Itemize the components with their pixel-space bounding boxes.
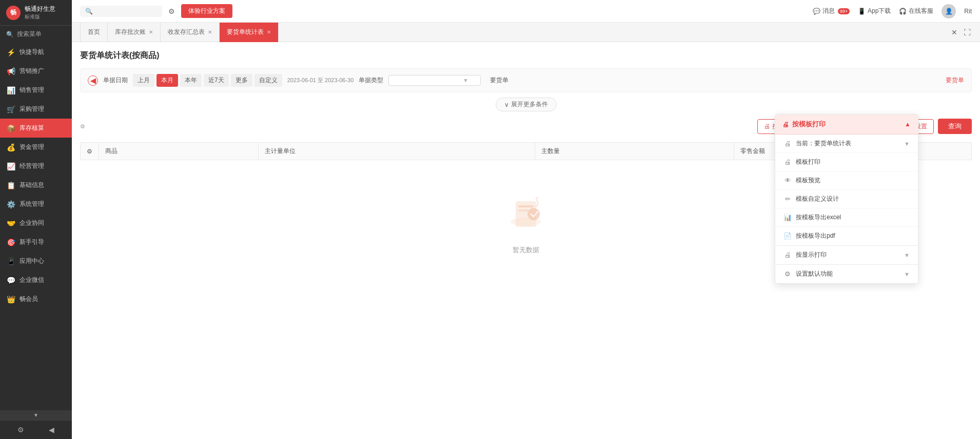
- dropdown-item-template-preview[interactable]: 👁 模板预览: [775, 171, 918, 190]
- quick-nav-icon: ⚡: [6, 48, 15, 56]
- order-type-select[interactable]: ▼: [388, 75, 481, 86]
- expand-conditions-btn[interactable]: ∨ 展开更多条件: [496, 98, 557, 111]
- sidebar-item-basic[interactable]: 📋 基础信息: [0, 176, 72, 195]
- dropdown-current-icon: 🖨: [783, 140, 792, 147]
- tab-order-statistics[interactable]: 要货单统计表 ✕: [220, 23, 279, 42]
- sidebar-item-member[interactable]: 👑 畅会员: [0, 290, 72, 309]
- date-btn-prev-month[interactable]: 上月: [133, 74, 154, 87]
- page-title: 要货单统计表(按商品): [80, 50, 972, 61]
- app-logo: 畅 畅通好生意 标准版: [0, 0, 72, 26]
- export-pdf-icon: 📄: [783, 232, 792, 240]
- sales-icon: 📊: [6, 86, 15, 94]
- svg-rect-3: [518, 209, 528, 212]
- app-download-icon: 📱: [858, 8, 866, 15]
- header-search-box[interactable]: 🔍: [80, 6, 162, 17]
- dropdown-section-display-print[interactable]: 🖨 按显示打印 ▼: [775, 245, 918, 264]
- gear-settings-icon[interactable]: ⚙: [80, 123, 85, 130]
- date-btn-last-7-days[interactable]: 近7天: [204, 74, 229, 87]
- order-type-label: 要货单: [490, 76, 508, 85]
- table-col-settings[interactable]: ⚙: [81, 143, 99, 160]
- table-col-quantity: 主数量: [535, 143, 734, 160]
- search-icon: 🔍: [6, 31, 14, 38]
- tab-receipt-summary[interactable]: 收发存汇总表 ✕: [161, 23, 220, 42]
- tab-close-receipt-summary[interactable]: ✕: [208, 30, 212, 35]
- sidebar-footer: ⚙ ◀: [0, 420, 72, 439]
- dropdown-item-template-design[interactable]: ✏ 模板自定义设计: [775, 190, 918, 208]
- date-btn-custom[interactable]: 自定义: [254, 74, 282, 87]
- query-btn[interactable]: 查询: [938, 119, 972, 134]
- sidebar-item-operations[interactable]: 📈 经营管理: [0, 157, 72, 176]
- dropdown-header: 🖨 按模板打印 ▲: [775, 114, 918, 135]
- sidebar-item-system[interactable]: ⚙️ 系统管理: [0, 195, 72, 214]
- date-btn-current-year[interactable]: 本年: [180, 74, 202, 87]
- sidebar: 畅 畅通好生意 标准版 🔍 搜索菜单 ⚡ 快捷导航 📢 营销推广 📊 销售管理 …: [0, 0, 72, 439]
- username-label[interactable]: Rit: [964, 8, 972, 15]
- online-service-icon: 🎧: [899, 8, 907, 15]
- sidebar-item-quick-nav[interactable]: ⚡ 快捷导航: [0, 43, 72, 62]
- table-col-product: 商品: [99, 143, 259, 160]
- app-download-btn[interactable]: 📱 App下载: [858, 7, 891, 15]
- header-gear-icon[interactable]: ⚙: [168, 7, 175, 15]
- dropdown-close-btn[interactable]: ▲: [905, 121, 911, 128]
- tab-inventory-batch[interactable]: 库存批次账 ✕: [108, 23, 161, 42]
- template-print-icon: 🖨: [783, 158, 792, 166]
- display-print-icon: 🖨: [783, 251, 792, 259]
- basic-icon: 📋: [6, 181, 15, 189]
- appstore-icon: 📱: [6, 257, 15, 265]
- order-type-filter-label: 要货单: [946, 76, 964, 85]
- tabs-bar: 首页 库存批次账 ✕ 收发存汇总表 ✕ 要货单统计表 ✕ ✕ ⛶: [72, 23, 980, 42]
- window-maximize-btn[interactable]: ⛶: [963, 27, 972, 37]
- sidebar-item-finance[interactable]: 💰 资金管理: [0, 138, 72, 157]
- logo-text: 畅通好生意 标准版: [25, 5, 55, 20]
- top-header: 🔍 ⚙ 体验行业方案 💬 消息 99+ 📱 App下载 🎧 在线客服 👤 Rit: [72, 0, 980, 23]
- template-design-icon: ✏: [783, 195, 792, 203]
- dropdown-item-template-print[interactable]: 🖨 模板打印: [775, 153, 918, 171]
- sidebar-item-marketing[interactable]: 📢 营销推广: [0, 62, 72, 81]
- inventory-icon: 📦: [6, 124, 15, 132]
- empty-text: 暂无数据: [513, 245, 539, 255]
- dropdown-current-label[interactable]: 🖨 当前：要货单统计表 ▼: [775, 135, 918, 153]
- sidebar-item-appstore[interactable]: 📱 应用中心: [0, 252, 72, 271]
- messages-btn[interactable]: 💬 消息 99+: [813, 7, 850, 15]
- collapse-sidebar-icon[interactable]: ◀: [49, 426, 54, 434]
- trial-btn[interactable]: 体验行业方案: [181, 4, 232, 18]
- export-excel-icon: 📊: [783, 214, 792, 221]
- header-actions: 💬 消息 99+ 📱 App下载 🎧 在线客服 👤 Rit: [813, 4, 972, 18]
- sidebar-item-sales[interactable]: 📊 销售管理: [0, 81, 72, 100]
- newbie-icon: 🎯: [6, 238, 15, 246]
- sidebar-item-inventory[interactable]: 📦 库存核算: [0, 119, 72, 138]
- filter-bar: ◀ 单据日期 上月 本月 本年 近7天 更多 自定义 2023-06-01 至 …: [80, 68, 972, 92]
- enterprise-icon: 🤝: [6, 219, 15, 227]
- tab-close-inventory-batch[interactable]: ✕: [149, 30, 153, 35]
- tab-close-order-statistics[interactable]: ✕: [267, 30, 271, 35]
- sidebar-scroll-down[interactable]: ▼: [0, 410, 72, 420]
- online-service-btn[interactable]: 🎧 在线客服: [899, 7, 933, 15]
- filter-expand-btn[interactable]: ◀: [88, 75, 98, 86]
- dropdown-item-export-pdf[interactable]: 📄 按模板导出pdf: [775, 227, 918, 245]
- window-controls: ✕ ⛶: [950, 27, 972, 37]
- messages-badge: 99+: [838, 8, 850, 14]
- dropdown-item-export-excel[interactable]: 📊 按模板导出excel: [775, 208, 918, 227]
- user-avatar[interactable]: 👤: [942, 4, 956, 18]
- default-func-icon: ⚙: [783, 270, 792, 278]
- settings-icon[interactable]: ⚙: [17, 426, 24, 434]
- dropdown-header-title: 🖨 按模板打印: [782, 120, 826, 129]
- operations-icon: 📈: [6, 162, 15, 170]
- header-search-icon: 🔍: [85, 8, 93, 15]
- sidebar-item-purchase[interactable]: 🛒 采购管理: [0, 100, 72, 119]
- dropdown-section-default-func[interactable]: ⚙ 设置默认功能 ▼: [775, 264, 918, 283]
- main-area: 🔍 ⚙ 体验行业方案 💬 消息 99+ 📱 App下载 🎧 在线客服 👤 Rit: [72, 0, 980, 439]
- member-icon: 👑: [6, 295, 15, 303]
- sidebar-item-enterprise[interactable]: 🤝 企业协同: [0, 214, 72, 233]
- dropdown-print-icon: 🖨: [782, 121, 789, 128]
- sidebar-search[interactable]: 🔍 搜索菜单: [0, 26, 72, 43]
- sidebar-item-newbie[interactable]: 🎯 新手引导: [0, 233, 72, 252]
- messages-icon: 💬: [813, 8, 820, 15]
- window-close-btn[interactable]: ✕: [950, 27, 958, 37]
- svg-rect-2: [518, 205, 534, 207]
- tab-home[interactable]: 首页: [80, 23, 108, 42]
- date-btn-current-month[interactable]: 本月: [156, 74, 178, 87]
- date-btn-more[interactable]: 更多: [231, 74, 252, 87]
- sidebar-item-wechat[interactable]: 💬 企业微信: [0, 271, 72, 290]
- page-content: 要货单统计表(按商品) ◀ 单据日期 上月 本月 本年 近7天 更多 自定义 2…: [72, 42, 980, 439]
